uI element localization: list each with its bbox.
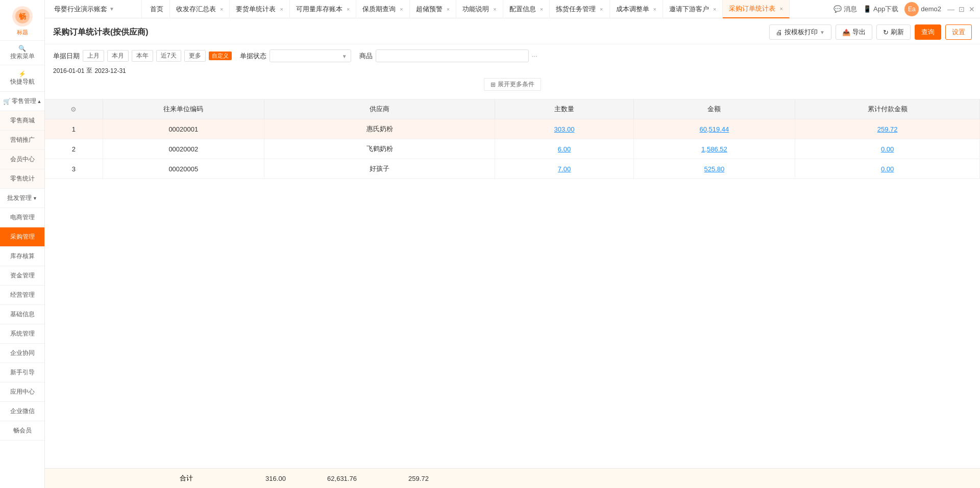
tab-function-desc[interactable]: 功能说明 × — [456, 0, 503, 18]
expand-icon: ⊞ — [491, 81, 496, 88]
date-btn-more[interactable]: 更多 — [184, 50, 206, 62]
column-settings-icon[interactable]: ⚙ — [70, 106, 77, 113]
th-settings: ⚙ — [45, 99, 103, 119]
sidebar-item-new-guide[interactable]: 新手引导 — [0, 363, 44, 382]
sidebar-item-finance[interactable]: 资金管理 — [0, 266, 44, 286]
sidebar-item-quick-nav[interactable]: ⚡ 快捷导航 — [0, 65, 44, 92]
sidebar-item-member2[interactable]: 畅会员 — [0, 421, 44, 441]
expand-btn[interactable]: ⊞ 展开更多条件 — [484, 78, 541, 91]
tab-available-stock-close[interactable]: × — [347, 6, 350, 12]
qty-link-0[interactable]: 303.00 — [554, 125, 575, 133]
tab-goods-stats[interactable]: 要货单统计表 × — [230, 0, 289, 18]
sidebar-item-wholesale[interactable]: 批发管理 ▼ — [0, 189, 44, 208]
sidebar-item-stock[interactable]: 库存核算 — [0, 247, 44, 266]
query-button[interactable]: 查询 — [915, 24, 941, 40]
account-selector[interactable]: 母婴行业演示账套 ▼ — [50, 0, 142, 18]
refresh-button[interactable]: ↻ 刷新 — [876, 24, 911, 40]
tab-overstock-warning-close[interactable]: × — [447, 6, 450, 12]
tab-receive-summary-close[interactable]: × — [220, 6, 223, 12]
tab-function-desc-close[interactable]: × — [493, 6, 496, 12]
tab-receive-summary[interactable]: 收发存汇总表 × — [170, 0, 230, 18]
tab-expiry-query-close[interactable]: × — [400, 6, 403, 12]
app-download-btn[interactable]: 📱 App下载 — [863, 5, 898, 14]
sidebar-item-app-center[interactable]: 应用中心 — [0, 382, 44, 402]
amount-link-0[interactable]: 60,519.44 — [699, 125, 729, 133]
tab-cost-adjust[interactable]: 成本调整单 × — [610, 0, 663, 18]
user-menu[interactable]: Ea demo2 — [904, 2, 941, 16]
sidebar-item-system[interactable]: 系统管理 — [0, 324, 44, 344]
tab-cost-adjust-close[interactable]: × — [653, 6, 656, 12]
sidebar-item-enterprise-wechat[interactable]: 企业微信 — [0, 402, 44, 421]
sidebar-item-operation[interactable]: 经营管理 — [0, 286, 44, 305]
paid-link-1[interactable]: 0.00 — [881, 145, 894, 153]
date-range-display: 2016-01-01 至 2023-12-31 — [53, 66, 972, 75]
th-code: 往来单位编码 — [103, 99, 264, 119]
paid-link-0[interactable]: 259.72 — [877, 125, 898, 133]
tab-config-info[interactable]: 配置信息 × — [503, 0, 550, 18]
status-label: 单据状态 — [240, 52, 266, 61]
footer-label-span: 合计 — [180, 474, 193, 482]
amount-link-1[interactable]: 1,586.52 — [701, 145, 727, 153]
date-btn-last-month[interactable]: 上月 — [83, 50, 104, 62]
table-container: ⚙ 往来单位编码 供应商 主数量 金额 — [45, 99, 980, 468]
cell-amount-1: 1,586.52 — [633, 139, 795, 159]
th-paid-label: 累计付款金额 — [868, 105, 908, 113]
tab-available-stock[interactable]: 可用量库存账本 × — [290, 0, 356, 18]
tab-pick-task-close[interactable]: × — [600, 6, 603, 12]
settings-button[interactable]: 设置 — [945, 24, 972, 40]
date-btn-this-year[interactable]: 本年 — [132, 50, 153, 62]
sidebar-item-search[interactable]: 🔍 搜索菜单 — [0, 41, 44, 65]
sidebar-item-purchase[interactable]: 采购管理 — [0, 227, 44, 247]
footer-label-text: 合计 — [174, 474, 245, 483]
print-button[interactable]: 🖨 按模板打印 ▼ — [769, 24, 831, 40]
sidebar-item-retail-shop[interactable]: 零售商城 — [0, 111, 44, 131]
sidebar-item-member[interactable]: 会员中心 — [0, 150, 44, 169]
more-conditions-icon[interactable]: ··· — [532, 52, 537, 60]
qty-link-2[interactable]: 7.00 — [558, 165, 571, 173]
tab-overstock-warning[interactable]: 超储预警 × — [410, 0, 456, 18]
qty-link-1[interactable]: 6.00 — [558, 145, 571, 153]
tab-goods-stats-close[interactable]: × — [280, 6, 283, 12]
tab-purchase-stats-close[interactable]: × — [779, 6, 782, 12]
messages-label: 消息 — [844, 5, 857, 14]
sidebar-item-basic-info[interactable]: 基础信息 — [0, 305, 44, 324]
wholesale-label: 批发管理 — [7, 194, 32, 202]
tab-goods-stats-label: 要货单统计表 — [236, 5, 276, 14]
export-button[interactable]: 📤 导出 — [836, 24, 872, 40]
cell-supplier-1: 飞鹤奶粉 — [264, 139, 495, 159]
tab-pick-task[interactable]: 拣货任务管理 × — [550, 0, 609, 18]
status-select[interactable] — [270, 49, 351, 62]
minimize-button[interactable]: — — [947, 5, 954, 13]
tab-available-stock-label: 可用量库存账本 — [296, 5, 342, 14]
date-btn-this-month[interactable]: 本月 — [107, 50, 129, 62]
stock-label: 库存核算 — [10, 252, 35, 261]
ecommerce-label: 电商管理 — [10, 213, 35, 222]
sidebar-item-retail[interactable]: 🛒 零售管理 ▲ — [0, 92, 44, 111]
messages-btn[interactable]: 💬 消息 — [834, 5, 857, 14]
sidebar-item-enterprise-coop[interactable]: 企业协同 — [0, 344, 44, 363]
tab-invite-customer[interactable]: 邀请下游客户 × — [663, 0, 723, 18]
amount-link-2[interactable]: 525.80 — [704, 165, 725, 173]
refresh-label: 刷新 — [891, 28, 904, 37]
sidebar-item-marketing[interactable]: 营销推广 — [0, 131, 44, 150]
maximize-button[interactable]: ⊡ — [959, 5, 965, 13]
print-icon: 🖨 — [776, 29, 782, 36]
footer-qty-value: 316.00 — [265, 475, 286, 482]
date-label: 单据日期 — [53, 52, 80, 61]
sidebar-item-retail-stats[interactable]: 零售统计 — [0, 169, 44, 189]
chevron-down-icon: ▼ — [33, 196, 37, 201]
tab-purchase-stats[interactable]: 采购订单统计表 × — [723, 0, 789, 18]
tab-function-desc-label: 功能说明 — [462, 5, 489, 14]
date-btn-last-7[interactable]: 近7天 — [156, 50, 181, 62]
tab-config-info-close[interactable]: × — [540, 6, 543, 12]
tab-expiry-query[interactable]: 保质期查询 × — [356, 0, 409, 18]
tab-invite-customer-close[interactable]: × — [713, 6, 716, 12]
tab-home[interactable]: 首页 — [144, 0, 170, 18]
cell-supplier-0: 惠氏奶粉 — [264, 119, 495, 139]
main-area: 母婴行业演示账套 ▼ 首页 收发存汇总表 × 要货单统计表 × 可用量库存账本 … — [45, 0, 980, 488]
query-label: 查询 — [921, 28, 935, 37]
sidebar-item-ecommerce[interactable]: 电商管理 — [0, 208, 44, 227]
close-button[interactable]: ✕ — [969, 5, 975, 13]
goods-input[interactable] — [376, 49, 529, 62]
paid-link-2[interactable]: 0.00 — [881, 165, 894, 173]
